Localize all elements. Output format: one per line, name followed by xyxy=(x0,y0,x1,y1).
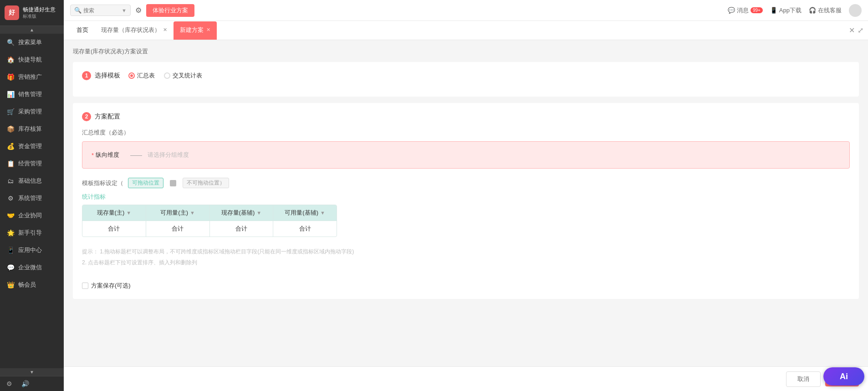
step1-header: 1 选择模板 汇总表 交叉统计表 xyxy=(82,71,850,80)
logo-text: 畅捷通好生意 标准版 xyxy=(23,6,56,20)
messages-action[interactable]: 💬 消息 99+ xyxy=(728,6,763,15)
sidebar-item-sales[interactable]: 📊销售管理 xyxy=(0,86,64,103)
search-input[interactable] xyxy=(83,7,120,14)
stats-header-cell[interactable]: 可用量(主)▼ xyxy=(146,205,210,221)
expand-panel-icon[interactable]: ⤢ xyxy=(858,26,863,35)
tabs-bar: 首页 现存量（库存状况表） ✕ 新建方案 ✕ ✕ ⤢ xyxy=(64,21,868,40)
tab-home-label: 首页 xyxy=(77,26,88,34)
radio-summary[interactable]: 汇总表 xyxy=(128,72,155,80)
radio-cross[interactable]: 交叉统计表 xyxy=(164,72,202,80)
sidebar-item-apps[interactable]: 📱应用中心 xyxy=(0,242,64,259)
save-checkbox[interactable] xyxy=(82,283,88,289)
sidebar: 好 畅捷通好生意 标准版 ▲ 🔍搜索菜单🏠快捷导航🎁营销推广📊销售管理🛒采购管理… xyxy=(0,0,64,391)
draggable-badge: 可拖动位置 xyxy=(128,178,163,188)
sidebar-label-contract: 企业协同 xyxy=(18,211,42,220)
sidebar-item-purchase[interactable]: 🛒采购管理 xyxy=(0,103,64,120)
wechat-icon: 💬 xyxy=(6,263,15,272)
sidebar-label-marketing: 营销推广 xyxy=(18,73,42,81)
app-download-action[interactable]: 📱 App下载 xyxy=(770,6,802,15)
search-box[interactable]: 🔍 ▼ xyxy=(70,5,131,16)
search-dropdown-icon[interactable]: ▼ xyxy=(122,8,127,13)
sales-icon: 📊 xyxy=(6,90,15,98)
non-draggable-badge: 不可拖动位置） xyxy=(183,178,229,188)
sidebar-label-sales: 销售管理 xyxy=(18,90,42,98)
trial-button[interactable]: 体验行业方案 xyxy=(146,4,194,17)
col-dropdown-icon[interactable]: ▼ xyxy=(126,210,131,216)
member-icon: 👑 xyxy=(6,281,15,289)
vertical-dimension-placeholder[interactable]: 请选择分组维度 xyxy=(148,151,189,159)
col-dropdown-icon[interactable]: ▼ xyxy=(256,210,261,216)
required-star: * xyxy=(92,152,94,159)
sidebar-item-finance[interactable]: 💰资金管理 xyxy=(0,138,64,155)
quicknav-icon: 🏠 xyxy=(6,56,15,64)
ai-fab-label: Ai xyxy=(840,372,848,381)
sidebar-item-operation[interactable]: 📋经营管理 xyxy=(0,155,64,172)
ai-fab-button[interactable]: Ai xyxy=(823,367,864,386)
guide-icon: 🌟 xyxy=(6,229,15,237)
tips-section: 提示： 1.拖动标题栏可以调整布局，不可跨维度或指标区域拖动栏目字段(只能在同一… xyxy=(82,246,850,268)
tabs-controls: ✕ ⤢ xyxy=(849,26,868,35)
indicator-label-text: 模板指标设定（ xyxy=(82,179,123,187)
save-option-label: 方案保存(可选) xyxy=(91,282,131,290)
main-area: 🔍 ▼ ⚙ 体验行业方案 💬 消息 99+ 📱 App下载 🎧 在线客服 xyxy=(64,0,868,391)
sidebar-label-base: 基础信息 xyxy=(18,177,42,185)
sidebar-item-search[interactable]: 🔍搜索菜单 xyxy=(0,34,64,51)
sidebar-item-quicknav[interactable]: 🏠快捷导航 xyxy=(0,51,64,68)
sidebar-item-base[interactable]: 🗂基础信息 xyxy=(0,172,64,190)
stats-data-cell: 合计 xyxy=(273,221,337,237)
stats-data-cell: 合计 xyxy=(146,221,210,237)
sidebar-item-inventory[interactable]: 📦库存核算 xyxy=(0,120,64,138)
tab-new-plan[interactable]: 新建方案 ✕ xyxy=(174,21,217,40)
radio-cross-circle xyxy=(164,72,170,79)
stats-header-cell[interactable]: 可用量(基辅)▼ xyxy=(273,205,337,221)
search-icon: 🔍 xyxy=(6,38,15,46)
topbar-gear-icon[interactable]: ⚙ xyxy=(135,6,142,15)
tab-home[interactable]: 首页 xyxy=(70,21,95,40)
headset-icon: 🎧 xyxy=(809,7,816,14)
sound-footer-icon[interactable]: 🔊 xyxy=(21,380,29,387)
apps-icon: 📱 xyxy=(6,246,15,254)
user-avatar[interactable] xyxy=(849,4,862,17)
col-dropdown-icon[interactable]: ▼ xyxy=(320,210,325,216)
tips-item2: 2. 点击标题栏下拉可设置排序、插入列和删除列 xyxy=(82,257,850,268)
finance-icon: 💰 xyxy=(6,142,15,150)
step1-card: 1 选择模板 汇总表 交叉统计表 xyxy=(73,62,859,97)
sidebar-label-finance: 资金管理 xyxy=(18,142,42,150)
settings-footer-icon[interactable]: ⚙ xyxy=(6,380,12,387)
cancel-button[interactable]: 取消 xyxy=(786,371,821,387)
tab-inventory-close[interactable]: ✕ xyxy=(163,27,167,33)
page-title: 现存量(库存状况表)方案设置 xyxy=(73,47,859,56)
sidebar-label-member: 畅会员 xyxy=(18,281,36,289)
col-dropdown-icon[interactable]: ▼ xyxy=(190,210,195,216)
sidebar-item-guide[interactable]: 🌟新手引导 xyxy=(0,224,64,242)
sidebar-item-member[interactable]: 👑畅会员 xyxy=(0,276,64,293)
tab-new-plan-label: 新建方案 xyxy=(180,26,204,34)
content-area: 现存量(库存状况表)方案设置 1 选择模板 汇总表 交叉统计表 xyxy=(64,40,868,366)
sidebar-item-wechat[interactable]: 💬企业微信 xyxy=(0,259,64,276)
stats-section: 统计指标 现存量(主)▼可用量(主)▼现存量(基辅)▼可用量(基辅)▼ 合计合计… xyxy=(82,193,850,237)
sidebar-label-apps: 应用中心 xyxy=(18,246,42,254)
message-icon: 💬 xyxy=(728,7,735,14)
sidebar-scroll-down[interactable]: ▼ xyxy=(0,368,64,376)
stats-header-cell[interactable]: 现存量(主)▼ xyxy=(82,205,146,221)
radio-summary-circle xyxy=(128,72,135,79)
tab-new-plan-close[interactable]: ✕ xyxy=(206,27,210,33)
stats-title: 统计指标 xyxy=(82,193,850,201)
sidebar-item-contract[interactable]: 🤝企业协同 xyxy=(0,207,64,224)
tab-inventory-label: 现存量（库存状况表） xyxy=(101,26,160,34)
sidebar-scroll-up[interactable]: ▲ xyxy=(0,26,64,34)
online-service-action[interactable]: 🎧 在线客服 xyxy=(809,6,842,15)
vertical-dimension-dash: —— xyxy=(130,152,142,159)
sidebar-item-marketing[interactable]: 🎁营销推广 xyxy=(0,68,64,86)
stats-data-row: 合计合计合计合计 xyxy=(82,221,337,237)
sidebar-item-system[interactable]: ⚙系统管理 xyxy=(0,190,64,207)
save-option: 方案保存(可选) xyxy=(82,282,850,290)
close-panel-icon[interactable]: ✕ xyxy=(849,26,855,35)
sidebar-label-operation: 经营管理 xyxy=(18,159,42,168)
tab-inventory[interactable]: 现存量（库存状况表） ✕ xyxy=(95,21,174,40)
indicator-settings: 模板指标设定（ 可拖动位置 不可拖动位置） 统计指标 现存量(主)▼可用量(主)… xyxy=(82,178,850,268)
sidebar-nav: 🔍搜索菜单🏠快捷导航🎁营销推广📊销售管理🛒采购管理📦库存核算💰资金管理📋经营管理… xyxy=(0,34,64,368)
search-icon: 🔍 xyxy=(74,7,82,14)
stats-header-cell[interactable]: 现存量(基辅)▼ xyxy=(210,205,274,221)
contract-icon: 🤝 xyxy=(6,211,15,220)
